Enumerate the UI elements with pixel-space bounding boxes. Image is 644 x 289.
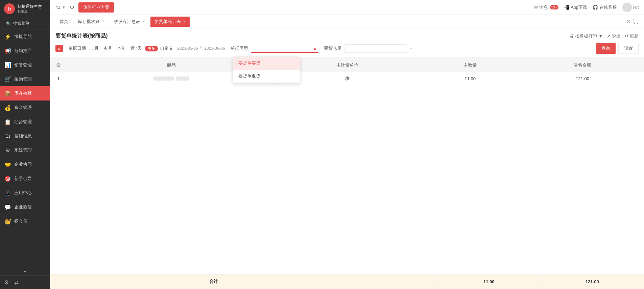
cell-amount: 121.00 <box>521 72 644 85</box>
main-area: 41 ▼ ⚙ 体验行业方案 ✉ 消息 99+ 📲 App下载 🎧 在线客服 R <box>50 0 644 289</box>
close-receivable-icon[interactable]: ✕ <box>142 20 145 23</box>
member-icon: 👑 <box>4 218 11 225</box>
product-name-placeholder <box>153 76 174 81</box>
store-chevron-icon: ▼ <box>62 5 66 10</box>
date-opt-last-month[interactable]: 上月 <box>89 45 100 52</box>
close-inventory-batch-icon[interactable]: ✕ <box>102 20 104 23</box>
sidebar-nav: ⚡ 快捷导航 📢 营销推广 📊 销售管理 🛒 采购管理 📦 库存核算 💰 资金管… <box>0 29 50 268</box>
print-chevron-icon: ▼ <box>598 34 603 39</box>
warehouse-input[interactable] <box>344 44 407 53</box>
sidebar-item-system[interactable]: ⚙ 系统管理 <box>0 143 50 157</box>
tab-close-all-icon[interactable]: ✕ <box>626 18 630 25</box>
user-area[interactable]: Rit <box>622 3 639 12</box>
refresh-icon: ↺ <box>625 34 628 39</box>
print-icon: 🖨 <box>569 34 574 39</box>
message-icon: ✉ <box>534 5 538 10</box>
service-icon: 🎧 <box>593 5 598 10</box>
type-dropdown-icon[interactable]: ▲ <box>313 46 317 51</box>
date-opt-7days[interactable]: 近7天 <box>129 45 143 52</box>
wechat-icon: 💬 <box>4 203 11 211</box>
sidebar-item-enterprise[interactable]: 🤝 企业协同 <box>0 157 50 172</box>
settings-button[interactable]: 设置 <box>618 43 639 54</box>
messages-button[interactable]: ✉ 消息 99+ <box>534 4 558 10</box>
sidebar-item-sales[interactable]: 📊 销售管理 <box>0 58 50 72</box>
sidebar-item-operation[interactable]: 📋 经营管理 <box>0 115 50 129</box>
date-opt-this-year[interactable]: 本年 <box>116 45 127 52</box>
export-icon: ↗ <box>607 34 611 39</box>
tab-inventory-batch[interactable]: 库存批次账 ✕ <box>74 17 109 27</box>
topbar-gear-icon[interactable]: ⚙ <box>70 4 74 10</box>
summary-quantity: 11.00 <box>437 274 541 289</box>
col-gear: ⚙ <box>50 59 67 72</box>
app-center-icon: 📱 <box>4 189 11 197</box>
table-header-row: ⚙ 商品 主计量单位 主数量 零售金额 <box>50 59 644 72</box>
logo-area: b 畅捷通好生意 标准版 <box>0 0 50 18</box>
date-opt-more[interactable]: 更多 <box>145 46 158 51</box>
sales-icon: 📊 <box>4 61 11 69</box>
app-download-button[interactable]: 📲 App下载 <box>564 4 587 10</box>
search-icon: 🔍 <box>6 21 11 26</box>
type-filter-group: 单据类型 ▲ <box>231 44 318 53</box>
warehouse-label: 要货仓库 <box>324 45 341 51</box>
date-label: 单据日期 <box>68 45 86 51</box>
warehouse-more-icon[interactable]: ··· <box>410 46 414 51</box>
date-range-display: 2023-05-06 至 2023-06-06 <box>177 46 225 51</box>
sidebar-item-member[interactable]: 👑 畅会员 <box>0 214 50 228</box>
close-order-summary-icon[interactable]: ✕ <box>183 20 186 23</box>
sidebar-scroll-down[interactable]: ▼ <box>0 268 50 275</box>
sidebar-item-wechat[interactable]: 💬 企业微信 <box>0 200 50 214</box>
tab-receivable-summary[interactable]: 收发存汇总表 ✕ <box>110 17 149 27</box>
sidebar-item-purchase[interactable]: 🛒 采购管理 <box>0 72 50 86</box>
purchase-icon: 🛒 <box>4 75 11 83</box>
enterprise-icon: 🤝 <box>4 161 11 168</box>
sidebar-item-finance[interactable]: 💰 资金管理 <box>0 101 50 115</box>
type-dropdown: 要货单要货 要货单退货 <box>233 57 300 83</box>
expand-filter-button[interactable]: » <box>55 45 63 52</box>
column-settings-icon[interactable]: ⚙ <box>56 62 61 68</box>
table-row: 1 块 11.00 121.00 <box>50 72 644 85</box>
dropdown-item-require-return[interactable]: 要货单退货 <box>233 70 300 83</box>
sidebar-item-marketing[interactable]: 📢 营销推广 <box>0 44 50 58</box>
cell-seq: 1 <box>50 72 67 85</box>
data-table: ⚙ 商品 主计量单位 主数量 零售金额 1 <box>50 59 644 274</box>
basic-icon: 🗂 <box>4 132 11 140</box>
sidebar-item-app-center[interactable]: 📱 应用中心 <box>0 186 50 200</box>
topbar: 41 ▼ ⚙ 体验行业方案 ✉ 消息 99+ 📲 App下载 🎧 在线客服 R <box>50 0 644 15</box>
product-code-placeholder <box>176 76 189 81</box>
sidebar-item-quick-nav[interactable]: ⚡ 快捷导航 <box>0 29 50 44</box>
trial-button[interactable]: 体验行业方案 <box>78 2 114 13</box>
dropdown-item-require-goods[interactable]: 要货单要货 <box>233 57 300 70</box>
warehouse-filter-group: 要货仓库 ··· <box>324 44 414 53</box>
type-input[interactable] <box>251 44 318 53</box>
sidebar-item-guide[interactable]: 🎯 新手引导 <box>0 172 50 186</box>
tab-order-summary[interactable]: 要货单统计表 ✕ <box>150 17 190 27</box>
logo-title: 畅捷通好生意 <box>18 4 42 9</box>
refresh-button[interactable]: ↺ 刷新 <box>625 33 639 39</box>
tab-home[interactable]: 首页 <box>55 17 72 27</box>
logo-subtitle: 标准版 <box>18 9 42 14</box>
store-name: 41 <box>55 5 60 10</box>
username: Rit <box>633 5 639 10</box>
search-menu[interactable]: 🔍 搜索菜单 <box>0 18 50 29</box>
avatar <box>622 3 632 12</box>
collapse-icon[interactable]: ⇄ <box>14 279 19 286</box>
print-template-button[interactable]: 🖨 按模板打印 ▼ <box>569 33 603 39</box>
sidebar-item-basic[interactable]: 🗂 基础信息 <box>0 129 50 143</box>
page-header: 要货单统计表(按商品) 🖨 按模板打印 ▼ ↗ 导出 ↺ 刷新 <box>50 28 644 40</box>
online-service-button[interactable]: 🎧 在线客服 <box>593 4 617 10</box>
sidebar-bottom: ⚙ ⇄ <box>0 275 50 289</box>
settings-icon[interactable]: ⚙ <box>4 279 9 286</box>
export-button[interactable]: ↗ 导出 <box>607 33 621 39</box>
date-opt-custom[interactable]: 自定义 <box>160 45 173 51</box>
tab-fullscreen-icon[interactable]: ⛶ <box>633 19 639 25</box>
operation-icon: 📋 <box>4 118 11 126</box>
store-selector[interactable]: 41 ▼ <box>55 5 66 10</box>
guide-icon: 🎯 <box>4 175 11 182</box>
summary-label: 合计 <box>93 274 334 289</box>
system-icon: ⚙ <box>4 147 11 154</box>
col-quantity: 主数量 <box>419 59 521 72</box>
query-button[interactable]: 查询 <box>596 43 616 54</box>
date-opt-this-month[interactable]: 本月 <box>102 45 114 52</box>
sidebar-item-inventory[interactable]: 📦 库存核算 <box>0 86 50 101</box>
marketing-icon: 📢 <box>4 47 11 54</box>
